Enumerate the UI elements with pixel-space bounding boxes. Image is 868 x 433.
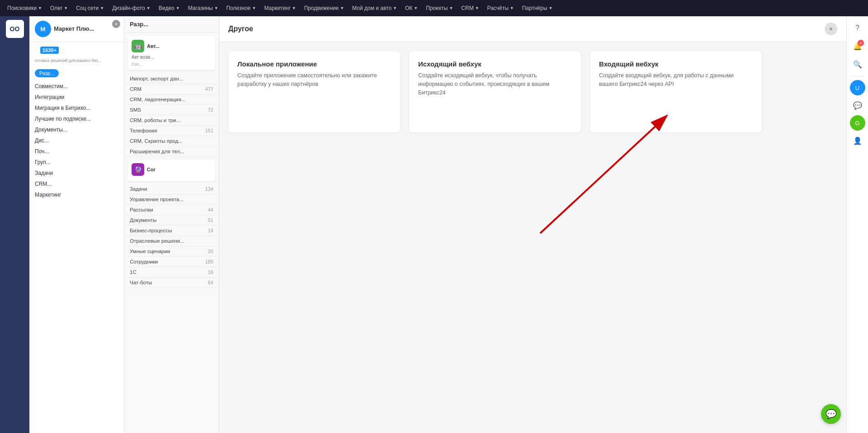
filter-button[interactable]: Разр... (35, 69, 59, 77)
filter-item-tasks[interactable]: Задачи 134 (124, 184, 219, 194)
chevron-icon: ▼ (176, 6, 180, 10)
chevron-icon: ▼ (252, 6, 256, 10)
fab-support-button[interactable]: 💬 (821, 404, 841, 424)
nav-item-design[interactable]: Дизайн-фото ▼ (108, 3, 154, 13)
nav-item-crm-nav[interactable]: CRM... (29, 179, 124, 189)
nav-item-poisk[interactable]: Поисковики ▼ (4, 3, 46, 13)
app-sidebar: OO (0, 16, 29, 433)
filter-panel-header: Разр... (124, 16, 219, 33)
card-incoming-webhook[interactable]: Входящий вебхук Создайте входящий вебхук… (590, 51, 762, 132)
card-local-app[interactable]: Локальное приложение Создайте приложение… (228, 51, 400, 132)
market-panel-title: Маркет Плю... (54, 25, 94, 33)
filter-item-extensions[interactable]: Расширения для тел... (124, 146, 219, 157)
chat-icon-button[interactable]: 💬 (849, 97, 866, 113)
nav-item-marketing[interactable]: Маркетинг ▼ (260, 3, 299, 13)
card-outgoing-desc: Создайте исходящий вебхук, чтобы получат… (418, 71, 572, 97)
nav-item-useful[interactable]: Полезное ▼ (223, 3, 260, 13)
market-panel-header: M Маркет Плю... × (29, 16, 124, 42)
app-icon-1: 🤖 (132, 40, 144, 52)
filter-item-mailings[interactable]: Рассылки 44 (124, 205, 219, 215)
chevron-icon: ▼ (100, 6, 104, 10)
question-icon-button[interactable]: ? (849, 20, 866, 36)
card-outgoing-title: Исходящий вебхук (418, 60, 572, 68)
search-icon-button[interactable]: 🔍 (849, 56, 866, 72)
app-card-mini-cor[interactable]: 🔮 Cor (128, 160, 215, 181)
filter-item-telephony[interactable]: Телефония 151 (124, 126, 219, 136)
app-card-mini-1[interactable]: 🤖 Авт... Авт возм... Сох... (128, 36, 215, 70)
market-panel: M Маркет Плю... × 1630+ готовых решений … (29, 16, 124, 433)
filter-item-1c[interactable]: 1С 16 (124, 267, 219, 278)
nav-item-crm[interactable]: CRM ▼ (458, 3, 482, 13)
modal-header: Другое × (219, 16, 846, 42)
card-incoming-title: Входящий вебхук (599, 60, 753, 68)
filter-item-biz-processes[interactable]: Бизнес-процессы 14 (124, 226, 219, 236)
nav-item-tasks[interactable]: Задачи (29, 168, 124, 179)
nav-item-oleg[interactable]: Олег ▼ (47, 3, 71, 13)
nav-item-shops[interactable]: Магазины ▼ (184, 3, 222, 13)
user-avatar-button[interactable]: U (850, 80, 865, 95)
nav-item-calc[interactable]: Расчёты ▼ (484, 3, 518, 13)
nav-item-grup[interactable]: Груп... (29, 157, 124, 168)
person-outline-icon-button[interactable]: 👤 (849, 132, 866, 149)
card-local-app-title: Локальное приложение (237, 60, 391, 68)
filter-item-crm-scripts[interactable]: CRM, Скрипты прод... (124, 136, 219, 146)
nav-item-social[interactable]: Соц сети ▼ (72, 3, 108, 13)
nav-item-partners[interactable]: Партнёры ▼ (519, 3, 557, 13)
modal-dialog: Другое × Локальное приложение Создайте п… (219, 16, 846, 433)
filter-item-crm-lead[interactable]: CRM, лидогенерация... (124, 94, 219, 105)
filter-item-projects[interactable]: Управление проекта... (124, 194, 219, 205)
card-incoming-desc: Создайте входящий вебхук, для работы с д… (599, 71, 753, 89)
filter-list: Импорт, экспорт дан... CRM 477 CRM, лидо… (124, 74, 219, 433)
nav-item-promo[interactable]: Продвижение ▼ (301, 3, 348, 13)
filter-item-documents[interactable]: Документы 51 (124, 215, 219, 226)
market-nav-list: Совместим... Интеграции Миграция в Битри… (29, 81, 124, 433)
content-area: M Маркет Плю... × 1630+ готовых решений … (29, 16, 868, 433)
nav-item-integrations[interactable]: Интеграции (29, 92, 124, 103)
nav-item-migration[interactable]: Миграция в Битрихо... (29, 103, 124, 113)
app-desc-1: Авт возм... (132, 54, 212, 60)
card-local-app-desc: Создайте приложение самостоятельно или з… (237, 71, 391, 89)
main-layout: OO M Маркет Плю... × 1630+ готовых решен… (0, 16, 868, 433)
green-avatar-button[interactable]: G (850, 115, 865, 131)
chevron-icon: ▼ (549, 6, 553, 10)
chevron-icon: ▼ (146, 6, 151, 10)
filter-item-employees[interactable]: Сотрудники 185 (124, 257, 219, 267)
chevron-icon: ▼ (214, 6, 218, 10)
market-counter: 1630+ (40, 47, 59, 54)
nav-item-ok[interactable]: ОК ▼ (401, 3, 421, 13)
market-panel-close-button[interactable]: × (112, 20, 120, 28)
filter-item-smart-scenarios[interactable]: Умные сценарии 20 (124, 246, 219, 257)
nav-item-video[interactable]: Видео ▼ (155, 3, 184, 13)
nav-item-marketing-nav[interactable]: Маркетинг (29, 189, 124, 200)
modal-overlay: Другое × Локальное приложение Создайте п… (219, 16, 846, 433)
chevron-icon: ▼ (64, 6, 68, 10)
chevron-icon: ▼ (414, 6, 418, 10)
chevron-icon: ▼ (475, 6, 479, 10)
sidebar-divider (851, 76, 864, 76)
filter-panel: Разр... 🤖 Авт... Авт возм... Сох... Импо… (124, 16, 219, 433)
filter-item-chatbots[interactable]: Чат-боты 64 (124, 278, 219, 288)
app-title-1: Авт... (147, 43, 160, 49)
card-outgoing-webhook[interactable]: Исходящий вебхук Создайте исходящий вебх… (409, 51, 581, 132)
filter-item-crm-robots[interactable]: CRM, роботы и три... (124, 115, 219, 126)
chevron-icon: ▼ (38, 6, 42, 10)
nav-item-sovmestimost[interactable]: Совместим... (29, 81, 124, 92)
nav-item-best-sub[interactable]: Лучшие по подписке... (29, 113, 124, 124)
nav-item-projects[interactable]: Проекты ▼ (422, 3, 457, 13)
filter-item-import[interactable]: Импорт, экспорт дан... (124, 74, 219, 84)
modal-title: Другое (228, 25, 253, 33)
nav-item-dis[interactable]: Дис... (29, 135, 124, 146)
modal-close-button[interactable]: × (825, 23, 837, 35)
nav-item-docs[interactable]: Документы... (29, 124, 124, 135)
filter-item-crm[interactable]: CRM 477 (124, 84, 219, 94)
filter-item-sms[interactable]: SMS 72 (124, 105, 219, 115)
market-counter-text: готовых решений для вашего биз... (29, 58, 124, 67)
nav-item-poch[interactable]: Поч... (29, 146, 124, 157)
right-sidebar: ? 🔔 4 🔍 U 💬 G 👤 (846, 16, 868, 433)
filter-item-industry[interactable]: Отраслевые решени... (124, 236, 219, 246)
bell-icon-button[interactable]: 🔔 4 (849, 38, 866, 54)
chevron-icon: ▼ (340, 6, 344, 10)
nav-item-home[interactable]: Мой дом и авто ▼ (349, 3, 401, 13)
chevron-icon: ▼ (449, 6, 453, 10)
app-icon-cor: 🔮 (132, 163, 144, 176)
